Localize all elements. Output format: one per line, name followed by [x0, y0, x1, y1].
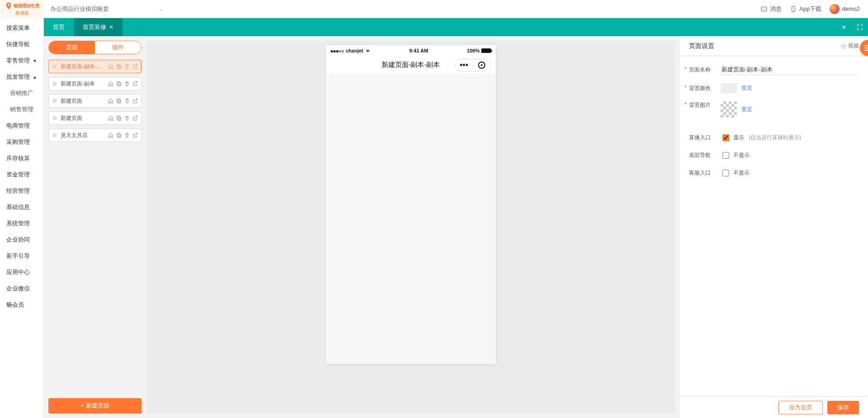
canvas[interactable]: chanjet 9:41 AM 100% 新建页面-副本-副本 •••: [146, 41, 675, 413]
set-home-button[interactable]: 设为首页: [778, 401, 823, 414]
tab[interactable]: 首页: [44, 18, 74, 36]
tab[interactable]: 首页装修✕: [74, 18, 123, 36]
page-list-item[interactable]: 新建页面-副本: [48, 77, 142, 90]
phone-body[interactable]: [326, 74, 495, 364]
edition-text: 标准版: [15, 10, 29, 16]
sidebar-item[interactable]: 快捷导航: [0, 36, 43, 52]
svg-rect-14: [118, 134, 121, 138]
home-icon[interactable]: [108, 63, 114, 70]
home-icon[interactable]: [108, 132, 114, 138]
page-list-panel: 页面 组件 新建页面-副本-... 新建页面-副本 新建页面 新建页面 昊天文具…: [48, 41, 142, 413]
sidebar-item[interactable]: 企业协同: [0, 232, 43, 248]
topbar: 畅捷通好生意 标准版 办公用品行业模拟账套 ⌄ 消息 App下载 demo2: [0, 0, 868, 18]
delete-icon[interactable]: [124, 115, 130, 121]
home-icon[interactable]: [108, 115, 114, 121]
message-icon: [760, 5, 768, 13]
sidebar-subitem[interactable]: 销售管理: [10, 101, 43, 118]
drag-icon[interactable]: [52, 115, 58, 121]
tab-bar: 首页首页装修✕ ✕: [44, 18, 868, 36]
page-name-input[interactable]: [721, 64, 859, 75]
copy-icon[interactable]: [116, 81, 122, 87]
new-page-button[interactable]: + 新建页面: [48, 398, 142, 413]
share-icon[interactable]: [132, 81, 138, 87]
share-icon[interactable]: [132, 98, 138, 104]
close-icon[interactable]: ✕: [109, 24, 113, 30]
bgimg-picker[interactable]: [721, 101, 737, 118]
sidebar-item[interactable]: 新手引导: [0, 248, 43, 264]
user-menu[interactable]: demo2: [830, 4, 860, 14]
page-list-item[interactable]: 新建页面: [48, 111, 142, 125]
svg-point-2: [764, 9, 764, 9]
page-list-item[interactable]: 新建页面-副本-...: [48, 60, 142, 73]
delete-icon[interactable]: [124, 132, 130, 138]
wifi-icon: [365, 48, 371, 53]
sidebar-item[interactable]: 库存核算: [0, 150, 43, 166]
capsule-menu-icon[interactable]: •••: [455, 61, 473, 70]
seg-pages[interactable]: 页面: [49, 41, 95, 54]
delete-icon[interactable]: [124, 63, 130, 70]
phone-statusbar: chanjet 9:41 AM 100%: [326, 45, 495, 56]
bgcolor-swatch[interactable]: [721, 83, 737, 93]
sidebar-item[interactable]: 电商管理: [0, 118, 43, 134]
copy-icon[interactable]: [116, 63, 122, 70]
live-checkbox[interactable]: 显示: [721, 133, 744, 142]
home-icon[interactable]: [108, 81, 114, 87]
settings-panel: 页面设置 视频 页面名称 背景颜色: [680, 36, 868, 418]
account-name: 办公用品行业模拟账套: [50, 5, 109, 13]
copy-icon[interactable]: [116, 98, 122, 104]
bgimg-reset[interactable]: 重置: [741, 106, 752, 114]
signal-icon: [330, 48, 344, 53]
svg-rect-7: [117, 64, 120, 68]
seg-components[interactable]: 组件: [95, 41, 141, 54]
copy-icon[interactable]: [116, 115, 122, 121]
delete-icon[interactable]: [124, 98, 130, 104]
settings-title: 页面设置: [689, 42, 714, 50]
service-checkbox[interactable]: 不显示: [721, 168, 750, 178]
drag-icon[interactable]: [52, 132, 58, 138]
sidebar-item[interactable]: 系统管理: [0, 215, 43, 232]
page-list-item[interactable]: 新建页面: [48, 94, 142, 108]
sidebar-subitem[interactable]: 营销推广: [10, 85, 43, 101]
account-selector[interactable]: 办公用品行业模拟账套 ⌄: [50, 5, 164, 13]
bgcolor-reset[interactable]: 重置: [741, 85, 752, 92]
sidebar-item[interactable]: 批发管理▲: [0, 69, 43, 85]
tab-fullscreen[interactable]: [852, 18, 868, 36]
tab-close-all[interactable]: ✕: [835, 18, 852, 36]
messages-button[interactable]: 消息: [760, 5, 782, 13]
logo: 畅捷通好生意 标准版: [0, 0, 44, 18]
bottomnav-checkbox[interactable]: 不显示: [721, 151, 750, 160]
svg-rect-10: [118, 100, 121, 104]
app-download-button[interactable]: App下载: [790, 5, 821, 13]
miniprogram-capsule[interactable]: •••: [455, 59, 491, 71]
share-icon[interactable]: [132, 132, 138, 138]
video-help-link[interactable]: 视频: [841, 42, 859, 50]
chevron-down-icon: ⌄: [159, 5, 164, 12]
drag-icon[interactable]: [52, 98, 58, 104]
brand-text: 畅捷通好生意: [14, 3, 39, 9]
sidebar-item[interactable]: 采购管理: [0, 134, 43, 150]
sidebar-item[interactable]: 基础信息: [0, 199, 43, 215]
main-area: 首页首页装修✕ ✕ 页面 组件 新建页面-副本-...: [44, 18, 868, 418]
sidebar-item[interactable]: 零售管理▼: [0, 52, 43, 69]
share-icon[interactable]: [132, 115, 138, 121]
drag-icon[interactable]: [52, 63, 58, 70]
seg-control: 页面 组件: [48, 41, 142, 54]
save-button[interactable]: 保存: [827, 401, 859, 414]
delete-icon[interactable]: [124, 81, 130, 87]
svg-rect-9: [117, 81, 120, 85]
home-icon[interactable]: [108, 98, 114, 104]
page-list-item[interactable]: 昊天文具店: [48, 128, 142, 142]
sidebar-item[interactable]: 搜索菜单: [0, 20, 43, 36]
share-icon[interactable]: [132, 63, 138, 70]
drag-icon[interactable]: [52, 81, 58, 87]
sidebar-item[interactable]: 应用中心: [0, 264, 43, 280]
sidebar-item[interactable]: 经营管理: [0, 183, 43, 199]
sidebar-item[interactable]: 畅会员: [0, 297, 43, 313]
sidebar-item[interactable]: 企业微信: [0, 280, 43, 297]
copy-icon[interactable]: [116, 132, 122, 138]
fullscreen-icon: [856, 24, 863, 31]
svg-point-1: [763, 9, 763, 9]
capsule-close-icon[interactable]: [473, 62, 491, 69]
sidebar-item[interactable]: 资金管理: [0, 166, 43, 183]
svg-rect-11: [117, 99, 120, 102]
